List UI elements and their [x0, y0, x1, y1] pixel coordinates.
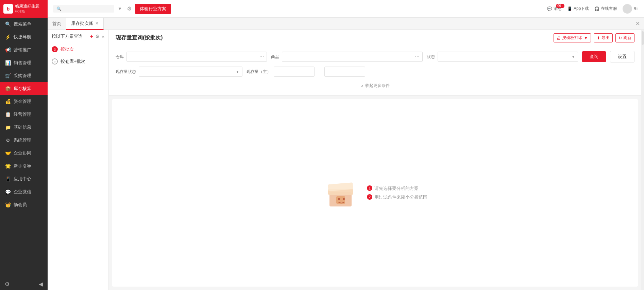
user-group[interactable]: Rit [623, 4, 639, 14]
tab-home-label: 首页 [52, 21, 61, 27]
svg-point-4 [338, 198, 340, 200]
range-dash: — [317, 69, 322, 74]
sidebar-item-apps[interactable]: 📱 应用中心 [0, 173, 48, 185]
sidebar-item-operation[interactable]: 📋 经营管理 [0, 108, 48, 121]
online-service-group[interactable]: 🎧 在线客服 [594, 6, 617, 12]
sidebar-item-member[interactable]: 👑 畅会员 [0, 198, 48, 211]
page-header-actions: 🖨 按模板打印 ▼ ⬆ 导出 ↻ 刷新 [554, 33, 634, 42]
status-field: 状态 ▼ [427, 52, 578, 62]
sidebar-item-label: 应用中心 [14, 176, 31, 182]
sidebar-footer: ⚙ ◀ [0, 278, 48, 290]
topbar-gear-icon[interactable]: ⚙ [127, 5, 132, 12]
sidebar-item-shortcut[interactable]: ⚡ 快捷导航 [0, 31, 48, 43]
tab-home[interactable]: 首页 [48, 18, 66, 30]
plan-item-warehouse-batch[interactable]: ○ 按仓库+批次 [48, 55, 108, 68]
sidebar-item-label: 畅会员 [14, 202, 27, 208]
plan-label: 按批次 [61, 46, 74, 52]
collapse-panel-icon[interactable]: « [102, 34, 104, 39]
sidebar-item-basic[interactable]: 📁 基础信息 [0, 121, 48, 134]
collapse-up-icon: ∧ [361, 84, 364, 88]
sidebar-item-label: 营销推广 [14, 47, 31, 53]
trial-button[interactable]: 体验行业方案 [135, 4, 171, 14]
sidebar-item-finance[interactable]: 💰 资金管理 [0, 95, 48, 108]
hint-text-2: 用过滤条件来缩小分析范围 [374, 194, 427, 200]
query-button[interactable]: 查询 [582, 51, 606, 62]
topbar-dropdown-icon[interactable]: ▼ [118, 6, 122, 11]
page-header: 现存量查询(按批次) 🖨 按模板打印 ▼ ⬆ 导出 ↻ 刷新 [109, 30, 641, 46]
empty-hint-1: 1 请先选择要分析的方案 [367, 185, 427, 192]
sidebar-item-label: 企业微信 [14, 189, 31, 195]
status-label: 状态 [427, 54, 435, 60]
plan-item-batch[interactable]: ⊙ 按批次 [48, 43, 108, 55]
export-button[interactable]: ⬆ 导出 [594, 33, 613, 42]
status-select[interactable]: ▼ [438, 52, 578, 62]
settings-footer-icon[interactable]: ⚙ [5, 281, 10, 287]
topbar-search[interactable]: 🔍 [53, 5, 114, 13]
sidebar-item-search[interactable]: 🔍 搜索菜单 [0, 18, 48, 31]
operation-icon: 📋 [5, 111, 11, 117]
messages-badge: 99+ [556, 4, 564, 8]
warehouse-dots[interactable]: ··· [259, 54, 264, 60]
stock-status-label: 现存量状态 [116, 69, 136, 75]
app-name: 畅康通好生意 [15, 4, 39, 9]
stock-quantity-label: 现存量（主） [247, 69, 271, 75]
online-service-label: 在线客服 [601, 6, 617, 12]
empty-hint-2: 2 用过滤条件来缩小分析范围 [367, 194, 427, 200]
sidebar-item-marketing[interactable]: 📢 营销推广 [0, 43, 48, 56]
sidebar: b 畅康通好生意 标准版 🔍 搜索菜单 ⚡ 快捷导航 📢 营销推广 📊 销售管理… [0, 0, 48, 290]
sidebar-item-label: 新手引导 [14, 163, 31, 169]
apps-icon: 📱 [5, 176, 11, 182]
refresh-icon: ↻ [618, 36, 622, 40]
refresh-button[interactable]: ↻ 刷新 [615, 33, 634, 42]
collapse-conditions[interactable]: ∧ 收起更多条件 [116, 81, 634, 91]
hint-number-2: 2 [367, 194, 372, 200]
sidebar-item-newbie[interactable]: 🌟 新手引导 [0, 160, 48, 173]
filter-row-1: 仓库 ··· 商品 ··· 状态 [116, 51, 634, 62]
messages-group[interactable]: 💬 消息 99+ [547, 6, 562, 12]
product-label: 商品 [271, 54, 279, 60]
tab-inventory-batch[interactable]: 库存批次账 ✕ [66, 18, 104, 30]
sidebar-item-purchase[interactable]: 🛒 采购管理 [0, 69, 48, 82]
sidebar-item-label: 销售管理 [14, 60, 31, 66]
print-dropdown-icon[interactable]: ▼ [584, 36, 588, 40]
tab-inventory-label: 库存批次账 [71, 20, 93, 26]
product-dots[interactable]: ··· [415, 54, 419, 60]
status-dropdown-icon: ▼ [572, 55, 575, 59]
warehouse-input[interactable]: ··· [126, 52, 267, 62]
product-field: 商品 ··· [271, 52, 422, 62]
add-plan-icon[interactable]: + [90, 33, 93, 39]
search-icon: 🔍 [5, 21, 11, 27]
sidebar-item-label: 库存核算 [14, 86, 31, 92]
right-scrollbar[interactable] [641, 30, 644, 290]
sidebar-item-sales[interactable]: 📊 销售管理 [0, 56, 48, 69]
empty-box-graphic [326, 179, 353, 206]
plan-icon-active: ⊙ [52, 46, 58, 52]
product-input[interactable]: ··· [282, 52, 422, 62]
member-icon: 👑 [5, 202, 11, 208]
settings-button[interactable]: 设置 [610, 51, 634, 62]
print-button[interactable]: 🖨 按模板打印 ▼ [554, 33, 591, 42]
sidebar-item-system[interactable]: ⚙ 系统管理 [0, 134, 48, 147]
headset-icon: 🎧 [594, 6, 599, 11]
stock-qty-to[interactable] [324, 67, 365, 77]
sidebar-item-label: 快捷导航 [14, 34, 31, 40]
left-panel-header: 按以下方案查询 + ⚙ « [48, 30, 108, 43]
stock-qty-from[interactable] [274, 67, 315, 77]
newbie-icon: 🌟 [5, 163, 11, 169]
sidebar-item-enterprise[interactable]: 🤝 企业协同 [0, 147, 48, 160]
filter-row-2: 现存量状态 ▼ 现存量（主） — [116, 67, 634, 77]
stock-status-dropdown-icon: ▼ [236, 70, 239, 74]
stock-status-field: 现存量状态 ▼ [116, 67, 242, 77]
collapse-sidebar-icon[interactable]: ◀ [39, 281, 43, 287]
tab-bar-close-button[interactable]: ✕ [631, 20, 644, 27]
sidebar-item-label: 经营管理 [14, 111, 31, 117]
collapse-label: 收起更多条件 [365, 83, 390, 89]
plan-settings-icon[interactable]: ⚙ [95, 34, 100, 39]
plan-icon-outline: ○ [52, 58, 58, 65]
app-download-group[interactable]: 📱 App下载 [567, 6, 589, 12]
sidebar-item-inventory[interactable]: 📦 库存核算 [0, 82, 48, 95]
sidebar-item-wechat[interactable]: 💬 企业微信 [0, 185, 48, 198]
tab-close-icon[interactable]: ✕ [95, 21, 99, 26]
stock-status-select[interactable]: ▼ [139, 67, 242, 77]
purchase-icon: 🛒 [5, 73, 11, 79]
